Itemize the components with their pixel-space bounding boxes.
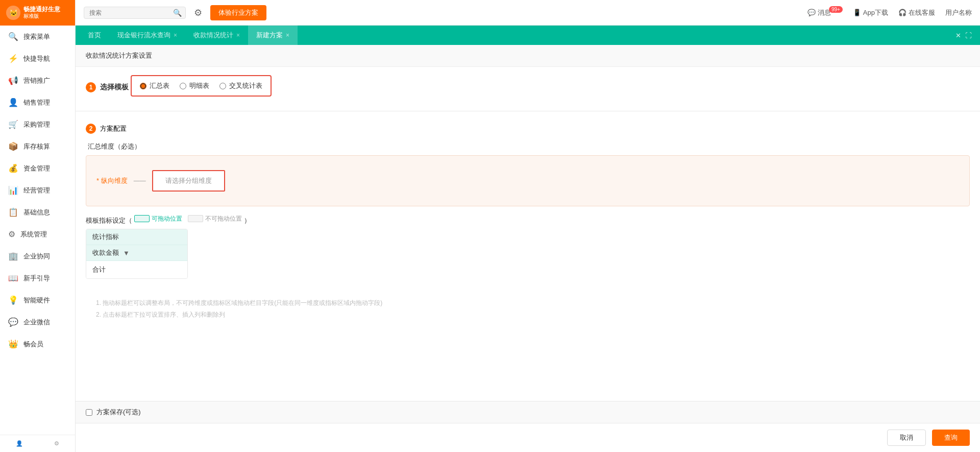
section-config: 2 方案配置 汇总维度（必选） * 纵向维度 —— 请选择分组维度 模板指标设定… (76, 115, 980, 337)
notification-item[interactable]: 💬 消息 99+ (807, 8, 843, 17)
sidebar-item-3[interactable]: 👤销售管理 (0, 91, 75, 113)
query-button[interactable]: 查询 (932, 430, 970, 446)
cancel-button[interactable]: 取消 (887, 430, 926, 446)
tab-label-0: 首页 (88, 31, 101, 40)
radio-detail[interactable]: 明细表 (180, 81, 209, 90)
sidebar-icon-3: 👤 (8, 98, 18, 107)
radio-cross-input[interactable] (219, 83, 226, 89)
sidebar-label-12: 智能硬件 (23, 296, 50, 305)
sidebar-label-8: 基础信息 (23, 208, 50, 217)
step2-label: 2 方案配置 (86, 124, 970, 134)
sidebar-item-0[interactable]: 🔍搜索菜单 (0, 26, 75, 47)
tab-close-3[interactable]: × (286, 32, 289, 39)
sidebar-item-11[interactable]: 📖新手引导 (0, 267, 75, 289)
stats-label-row: 统计指标 (86, 229, 187, 245)
sidebar-label-3: 销售管理 (23, 98, 50, 107)
save-checkbox-label[interactable]: 方案保存(可选) (96, 408, 141, 417)
tab-close-1[interactable]: × (174, 32, 177, 39)
indicator-label: 模板指标设定（ 可拖动位置 不可拖动位置 ） (86, 215, 970, 225)
sidebar-item-4[interactable]: 🛒采购管理 (0, 113, 75, 135)
sidebar-item-13[interactable]: 💬企业微信 (0, 311, 75, 333)
sidebar-label-5: 库存核算 (23, 142, 50, 151)
indicator-table: 统计指标 收款金额 ▼ 合计 (86, 229, 188, 279)
step1-label: 1 选择模板 (86, 82, 129, 92)
stats-label: 统计指标 (92, 232, 119, 242)
section-template: 1 选择模板 汇总表 明细表 (76, 67, 980, 107)
sidebar-label-14: 畅会员 (23, 340, 43, 349)
search-input[interactable] (84, 7, 186, 19)
bottom-bar: 取消 查询 (76, 423, 980, 452)
tip-2: 2. 点击标题栏下拉可设置排序、插入列和删除列 (96, 311, 960, 319)
sidebar-logo: 🐱 畅捷通好生意 标准版 (0, 0, 75, 26)
trial-button[interactable]: 体验行业方案 (210, 5, 266, 20)
sidebar-icon-14: 👑 (8, 339, 18, 349)
arrow-icon: —— (134, 177, 146, 184)
sidebar-item-1[interactable]: ⚡快捷导航 (0, 47, 75, 69)
sidebar-label-7: 经营管理 (23, 186, 50, 195)
tab-0[interactable]: 首页 (80, 26, 109, 45)
sidebar-bottom-avatar1[interactable]: 👤 (16, 440, 23, 447)
hint-draggable-box (134, 215, 150, 222)
tip-section: 1. 拖动标题栏可以调整布局，不可跨维度或指标区域拖动栏目字段(只能在同一维度或… (86, 293, 970, 328)
user-label: 用户名称 (945, 8, 972, 17)
radio-cross[interactable]: 交叉统计表 (219, 81, 262, 90)
sidebar-label-11: 新手引导 (23, 274, 50, 283)
user-item[interactable]: 用户名称 (945, 8, 972, 17)
content-inner: 收款情况统计方案设置 1 选择模板 汇总表 明细表 (76, 45, 980, 401)
settings-icon[interactable]: ⚙ (194, 7, 202, 18)
download-item[interactable]: 📱 App下载 (853, 8, 888, 17)
sidebar-item-14[interactable]: 👑畅会员 (0, 333, 75, 355)
service-item[interactable]: 🎧 在线客服 (898, 8, 935, 17)
sidebar-icon-0: 🔍 (8, 32, 18, 41)
sidebar-icon-11: 📖 (8, 273, 18, 283)
tab-3[interactable]: 新建方案 × (248, 26, 298, 45)
tab-2[interactable]: 收款情况统计 × (185, 26, 248, 45)
sidebar-item-12[interactable]: 💡智能硬件 (0, 289, 75, 311)
tab-close-2[interactable]: × (236, 32, 240, 39)
radio-cross-label: 交叉统计表 (229, 81, 262, 90)
logo-icon: 🐱 (6, 6, 20, 20)
fixed-label: 不可拖动位置 (205, 215, 242, 223)
column-dropdown-icon[interactable]: ▼ (123, 249, 130, 257)
vertical-label-text: * 纵向维度 (96, 176, 128, 185)
radio-summary-label: 汇总表 (150, 81, 169, 90)
footer: 方案保存(可选) (76, 401, 980, 423)
sidebar-label-9: 系统管理 (20, 230, 47, 239)
dimension-placeholder[interactable]: 请选择分组维度 (152, 170, 225, 192)
save-checkbox[interactable] (86, 409, 92, 416)
topbar: 🔍 ⚙ 体验行业方案 💬 消息 99+ 📱 App下载 🎧 在线客服 用户名称 (76, 0, 980, 26)
sidebar-bottom-avatar2[interactable]: ⚙ (54, 440, 59, 447)
sidebar-item-7[interactable]: 📊经营管理 (0, 179, 75, 201)
sidebar-icon-5: 📦 (8, 141, 18, 151)
sidebar-label-10: 企业协同 (23, 252, 50, 261)
sidebar: 🐱 畅捷通好生意 标准版 🔍搜索菜单⚡快捷导航📢营销推广👤销售管理🛒采购管理📦库… (0, 0, 76, 452)
tab-expand-icon[interactable]: ⛶ (965, 32, 972, 39)
sidebar-icon-4: 🛒 (8, 120, 18, 129)
sidebar-item-2[interactable]: 📢营销推广 (0, 69, 75, 91)
column-header-row: 收款金额 ▼ (86, 245, 187, 261)
radio-summary[interactable]: 汇总表 (140, 81, 169, 90)
tab-label-3: 新建方案 (256, 31, 283, 40)
search-wrap: 🔍 (84, 7, 186, 19)
sidebar-icon-12: 💡 (8, 295, 18, 305)
service-label: 在线客服 (909, 8, 935, 17)
sidebar-item-9[interactable]: ⚙系统管理 (0, 223, 75, 245)
indicator-section: 模板指标设定（ 可拖动位置 不可拖动位置 ） (86, 215, 970, 281)
sidebar-icon-10: 🏢 (8, 251, 18, 261)
tab-close-all-icon[interactable]: ✕ (955, 32, 961, 39)
sidebar-icon-1: ⚡ (8, 54, 18, 63)
draggable-label: 可拖动位置 (152, 215, 182, 223)
sidebar-label-1: 快捷导航 (23, 54, 50, 63)
radio-summary-input[interactable] (140, 83, 146, 89)
column-header-text: 收款金额 (92, 248, 119, 257)
sidebar-item-5[interactable]: 📦库存核算 (0, 135, 75, 157)
sidebar-item-6[interactable]: 💰资金管理 (0, 157, 75, 179)
sidebar-label-4: 采购管理 (23, 120, 50, 129)
sidebar-item-8[interactable]: 📋基础信息 (0, 201, 75, 223)
radio-detail-input[interactable] (180, 83, 186, 89)
tab-1[interactable]: 现金银行流水查询 × (109, 26, 185, 45)
page-title: 收款情况统计方案设置 (76, 45, 980, 67)
search-icon: 🔍 (173, 9, 182, 17)
step1-num: 1 (86, 82, 96, 92)
sidebar-item-10[interactable]: 🏢企业协同 (0, 245, 75, 267)
